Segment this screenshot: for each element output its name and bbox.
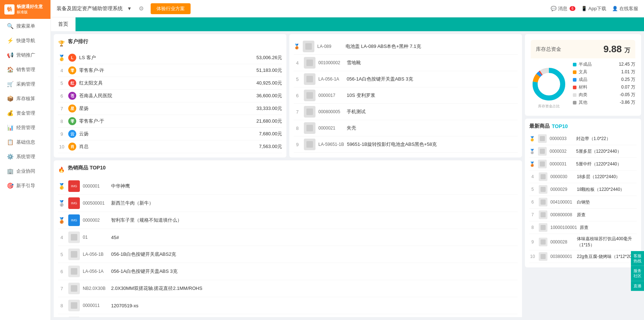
new-product-item[interactable]: 🥇 0000033 封边带（1.0*22） — [529, 132, 637, 145]
rank-amount: 40,925.00元 — [256, 80, 282, 86]
legend-item: 其他 -3.86 万 — [573, 99, 635, 106]
hot-product-item[interactable]: 8 0000011 12070519-xs — [58, 297, 518, 314]
hot-product-item[interactable]: 4 01 45# — [58, 229, 518, 246]
customer-rank-item[interactable]: 5 红 红太阳文具 40,925.00元 — [58, 77, 282, 90]
messages-button[interactable]: 💬 消息 6 — [551, 5, 575, 12]
customer-rank-item[interactable]: 7 星 星扬 33,333.00元 — [58, 102, 282, 115]
customer-rank-item[interactable]: 10 肖 肖总 7,563.00元 — [58, 140, 282, 153]
new-products-list: 🥇 0000033 封边带（1.0*22） 🥈 0000032 5厘多层（122… — [529, 132, 637, 263]
customer-rank-item[interactable]: 4 零 零售客户-许 51,183.00元 — [58, 64, 282, 77]
rank-badge: 零 — [68, 117, 76, 125]
legend-item: 半成品 12.45 万 — [573, 61, 635, 67]
new-prod-rank-num: 9 — [529, 239, 536, 245]
arrival-rank-item[interactable]: 🥉 LA-089 电池盖 LA-089 ABS本色+黑种 7.1克 — [294, 38, 518, 55]
hot-product-name: 45# — [111, 235, 518, 240]
legend-value: 12.45 万 — [619, 61, 635, 67]
app-icon: 📱 — [581, 6, 587, 11]
sidebar-item-finance[interactable]: 💰 资金管理 — [0, 106, 50, 120]
new-product-item[interactable]: 4 0000030 18多层（1220*2440） — [529, 171, 637, 183]
hot-product-item[interactable]: 9 KK-SD22110H 花语萌恒温分腿睡袋（厚款） — [58, 314, 518, 317]
legend-name: 成品 — [579, 77, 619, 83]
customer-rank-item[interactable]: 9 云 云扬 7,680.00元 — [58, 128, 282, 140]
arrival-name: 10S 变利罗浆 — [347, 92, 518, 99]
arrival-code: 0000021 — [318, 126, 344, 131]
sidebar-item-purchase[interactable]: 🛒 采购管理 — [0, 77, 50, 91]
app-download-button[interactable]: 📱 App下载 — [581, 5, 606, 12]
new-product-item[interactable]: 10 003800001 22g鱼豆腐-烧烤味（1*12*20） — [529, 250, 637, 263]
rank-name: 星扬 — [79, 105, 253, 112]
hot-rank-num: 8 — [58, 303, 65, 308]
customer-rank-item[interactable]: 8 零 零售客户-于 21,680.00元 — [58, 115, 282, 128]
new-product-item[interactable]: 🥉 0000031 5厘中纤（1220*2440） — [529, 158, 637, 171]
arrival-rank-item[interactable]: 8 0000021 夹壳 — [294, 120, 518, 136]
sidebar-item-inventory[interactable]: 📦 库存核算 — [0, 91, 50, 106]
legend-dot — [573, 86, 576, 89]
hot-product-item[interactable]: 6 LA-056-1A 056-1A白色按键开关盖ABS 3克 — [58, 263, 518, 280]
messages-badge: 6 — [570, 6, 575, 11]
rank-name: 红太阳文具 — [79, 80, 253, 86]
service-button[interactable]: 👤 在线客服 — [612, 5, 638, 12]
arrival-rank-item[interactable]: 4 001000002 雪地靴 — [294, 55, 518, 71]
new-product-item[interactable]: 5 0000029 18颗粒板（1220*2440） — [529, 183, 637, 196]
sidebar-item-quicknav[interactable]: ⚡ 快捷导航 — [0, 33, 50, 48]
trial-button[interactable]: 体验行业方案 — [151, 3, 191, 14]
content-area: 🏆 客户排行 🥇 L LS 客户 53,006.26元 4 零 零售客户-许 5… — [51, 31, 644, 320]
arrival-rank-item[interactable]: 5 LA-056-1A 056-1A白色按键开关盖ABS 3克 — [294, 71, 518, 87]
sidebar-item-sales[interactable]: 🏠 销售管理 — [0, 62, 50, 77]
float-btn-service[interactable]: 客服热线 — [631, 251, 644, 266]
system-dropdown[interactable]: ▼ — [127, 6, 132, 11]
svg-rect-2 — [306, 76, 313, 82]
sidebar-item-marketing[interactable]: 📢 营销推广 — [0, 48, 50, 62]
hot-product-item[interactable]: 5 LA-056-1B 056-1B白色按键开关底ABS2克 — [58, 246, 518, 263]
sidebar-item-search[interactable]: 🔍 搜索菜单 — [0, 19, 50, 33]
rank-num: 5 — [58, 81, 65, 86]
arrival-rank-num: 6 — [294, 93, 301, 98]
sidebar-item-corp[interactable]: 🏢 企业协同 — [0, 164, 50, 179]
hot-product-item[interactable]: 🥈 IMG 000500001 新西兰牛肉（新牛） — [58, 195, 518, 212]
svg-rect-0 — [305, 43, 312, 50]
messages-label: 消息 — [558, 5, 567, 12]
sidebar-item-system[interactable]: ⚙️ 系统管理 — [0, 149, 50, 164]
svg-rect-21 — [541, 174, 546, 179]
sidebar: 畅 畅捷通好生意 标准版 🔍 搜索菜单 ⚡ 快捷导航 📢 营销推广 🏠 销售管理… — [0, 0, 51, 320]
sidebar-item-guide[interactable]: 🎯 新手引导 — [0, 179, 50, 193]
float-btn-community[interactable]: 服务社区 — [631, 266, 644, 281]
new-prod-thumb — [538, 160, 547, 168]
sidebar-item-business[interactable]: 📊 经营管理 — [0, 120, 50, 135]
tab-home[interactable]: 首页 — [51, 17, 76, 31]
hot-product-item[interactable]: 🥇 IMG 0000001 中华神鹰 — [58, 178, 518, 195]
hot-products-list: 🥇 IMG 0000001 中华神鹰 🥈 IMG 000500001 新西兰牛肉… — [58, 178, 518, 317]
new-product-item[interactable]: 7 000800008 原查 — [529, 209, 637, 221]
new-product-item[interactable]: 8 10000100001 原查 — [529, 221, 637, 234]
new-prod-code: 004100001 — [550, 200, 574, 205]
guide-icon: 🎯 — [7, 182, 13, 189]
arrival-rank-item[interactable]: 6 0000017 10S 变利罗浆 — [294, 87, 518, 104]
customer-ranking-card: 🏆 客户排行 🥇 L LS 客户 53,006.26元 4 零 零售客户-许 5… — [54, 34, 286, 157]
float-btn-live[interactable]: 直播 — [631, 281, 644, 291]
legend-item: 文具 1.01 万 — [573, 69, 635, 75]
hot-rank-num: 5 — [58, 252, 65, 257]
svg-rect-26 — [541, 239, 546, 245]
hot-product-thumb — [68, 266, 80, 277]
sidebar-item-basic[interactable]: 📋 基础信息 — [0, 135, 50, 149]
svg-rect-9 — [71, 268, 77, 275]
hot-product-code: 0000001 — [83, 184, 108, 189]
new-product-item[interactable]: 6 004100001 白钢垫 — [529, 196, 637, 209]
customer-rank-item[interactable]: 6 苍 苍南县人民医院 36,600.00元 — [58, 90, 282, 102]
legend-name: 材料 — [579, 84, 619, 90]
legend-dot — [573, 101, 576, 104]
new-product-item[interactable]: 9 0000028 体味嘉枝味苏打饮品400毫升（1*15） — [529, 234, 637, 250]
arrival-rank-item[interactable]: 9 LA-59651-1B 59651-1B旋转投影灯电池盒ABS黑色+58克 — [294, 136, 518, 153]
arrival-thumb — [303, 41, 314, 52]
arrival-code: 001000002 — [318, 60, 344, 65]
customer-rank-item[interactable]: 🥇 L LS 客户 53,006.26元 — [58, 52, 282, 64]
business-icon: 📊 — [7, 124, 13, 131]
top-two-cols: 🏆 客户排行 🥇 L LS 客户 53,006.26元 4 零 零售客户-许 5… — [54, 34, 522, 157]
arrival-rank-item[interactable]: 7 000800005 手机测试 — [294, 104, 518, 120]
rank-medal-icon: 🥇 — [58, 54, 65, 61]
hot-product-item[interactable]: 7 NB2.0X30B 2.0X30MM双搓花轴.搓花直径2.1MM/ROHS — [58, 280, 518, 297]
settings-icon[interactable]: ⚙ — [136, 4, 146, 14]
svg-rect-27 — [541, 254, 546, 259]
hot-product-item[interactable]: 🥉 IMG 0000002 智利车子里（规格不知道填什么） — [58, 212, 518, 229]
new-product-item[interactable]: 🥈 0000032 5厘多层（1220*2440） — [529, 145, 637, 158]
